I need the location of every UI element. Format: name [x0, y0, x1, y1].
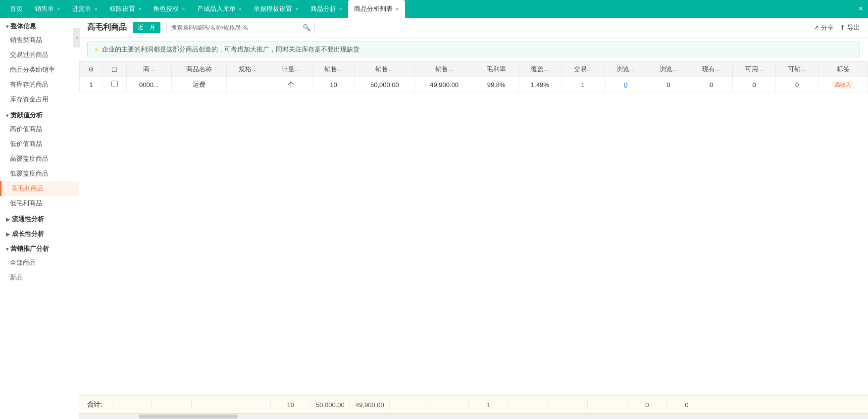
table-row: 1 0000... 运费 个 10 50,000.00 49,900.00 99… [80, 77, 868, 93]
col-unit[interactable]: 计量... [269, 62, 312, 77]
nav-product-analysis-list[interactable]: 商品分析列表 × [348, 0, 405, 18]
cell-checkbox[interactable] [102, 77, 126, 93]
sidebar-group-growth[interactable]: ▶ 成长性分析 [0, 226, 79, 240]
close-product-analysis-list-icon[interactable]: × [396, 6, 399, 12]
sidebar-item-high-coverage[interactable]: 高覆盖度商品 [0, 151, 79, 166]
cell-sales-profit: 49,900.00 [414, 77, 474, 93]
close-template-settings-icon[interactable]: × [295, 6, 298, 12]
sidebar-item-new-goods[interactable]: 新品 [0, 270, 79, 285]
sidebar-item-all-goods[interactable]: 全部商品 [0, 255, 79, 270]
nav-purchase-order[interactable]: 进货单 × [66, 0, 103, 18]
nav-home[interactable]: 首页 [4, 0, 29, 18]
close-product-inbound-icon[interactable]: × [239, 6, 242, 12]
info-icon: ✧ [94, 46, 99, 53]
col-code[interactable]: 商... [126, 62, 171, 77]
close-purchase-order-icon[interactable]: × [94, 6, 97, 12]
sidebar-item-sales-goods[interactable]: 销售类商品 [0, 33, 79, 47]
nav-template-settings[interactable]: 单据模板设置 × [248, 0, 304, 18]
views1-link[interactable]: 0 [624, 81, 627, 89]
total-label: 合计: [87, 400, 102, 409]
col-coverage[interactable]: 覆盖... [518, 62, 562, 77]
nav-role-auth[interactable]: 角色授权 × [147, 0, 191, 18]
col-sales-profit[interactable]: 销售... [414, 62, 474, 77]
cell-stock-available: 0 [733, 77, 776, 93]
col-name[interactable]: 商品名称 [171, 62, 226, 77]
chevron-down-icon-3: ▾ [6, 246, 8, 252]
search-icon[interactable]: 🔍 [303, 24, 310, 31]
col-stock-available[interactable]: 可用... [733, 62, 776, 77]
sidebar-item-high-margin[interactable]: 高毛利商品 [0, 181, 79, 196]
footer-cell-empty4 [231, 401, 270, 409]
footer-totals: 合计: 10 50,000.00 49,900.00 1 0 0 [79, 395, 868, 413]
content-header: 高毛利商品 近一月 🔍 ↗ 分享 ⬆ 导出 [79, 18, 868, 38]
cell-views1[interactable]: 0 [604, 77, 647, 93]
sidebar-group-liquidity[interactable]: ▶ 流通性分析 [0, 211, 79, 226]
col-views1[interactable]: 浏览... [604, 62, 647, 77]
cell-name: 运费 [171, 77, 226, 93]
top-navbar: 首页 销售单 × 进货单 × 权限设置 × 角色授权 × 产成品入库单 × 单据… [0, 0, 868, 18]
share-button[interactable]: ↗ 分享 [814, 23, 834, 32]
col-stock-sellable[interactable]: 可销... [775, 62, 818, 77]
nav-product-inbound[interactable]: 产成品入库单 × [191, 0, 248, 18]
sidebar-item-low-value[interactable]: 低价值商品 [0, 137, 79, 151]
col-transactions[interactable]: 交易... [562, 62, 605, 77]
sidebar-collapse-button[interactable]: « [73, 28, 80, 47]
period-button[interactable]: 近一月 [133, 22, 160, 33]
nav-sales-order[interactable]: 销售单 × [29, 0, 66, 18]
sidebar-group-marketing[interactable]: ▾ 营销推广分析 [0, 240, 79, 255]
nav-permission-settings[interactable]: 权限设置 × [103, 0, 147, 18]
search-input[interactable] [171, 24, 303, 31]
col-tag[interactable]: 标签 [818, 62, 868, 77]
col-stock-current[interactable]: 现有... [690, 62, 733, 77]
col-views2[interactable]: 浏览... [647, 62, 690, 77]
scrollbar-thumb[interactable] [139, 415, 238, 419]
cell-stock-sellable: 0 [775, 77, 818, 93]
col-checkbox[interactable]: ☐ [102, 62, 126, 77]
col-settings[interactable]: ⚙ [80, 62, 103, 77]
chevron-right-icon-2: ▶ [6, 232, 10, 237]
footer-empty-coverage [429, 401, 468, 409]
footer-empty-views2 [548, 401, 587, 409]
sidebar: ▾ 整体信息 销售类商品 交易过的商品 商品分类助销率 有库存的商品 库存资金占… [0, 18, 79, 419]
cell-tag: 高收入 [818, 77, 868, 93]
close-permission-settings-icon[interactable]: × [138, 6, 141, 12]
sidebar-item-high-value[interactable]: 高价值商品 [0, 122, 79, 137]
cell-code: 0000... [126, 77, 171, 93]
sidebar-item-in-stock-goods[interactable]: 有库存的商品 [0, 77, 79, 92]
cell-coverage: 1.49% [518, 77, 562, 93]
close-product-analysis-icon[interactable]: × [339, 6, 342, 12]
horizontal-scrollbar[interactable] [79, 413, 868, 419]
chevron-down-icon-2: ▾ [6, 113, 8, 118]
cell-sales-amount: 50,000.00 [355, 77, 414, 93]
row-checkbox[interactable] [111, 81, 118, 87]
export-icon: ⬆ [840, 24, 845, 31]
sidebar-item-traded-goods[interactable]: 交易过的商品 [0, 47, 79, 62]
sidebar-item-low-coverage[interactable]: 低覆盖度商品 [0, 166, 79, 181]
sidebar-group-contribution[interactable]: ▾ 贡献值分析 [0, 107, 79, 122]
footer-cell-empty1 [112, 401, 152, 409]
export-button[interactable]: ⬆ 导出 [840, 23, 860, 32]
sidebar-group-overall[interactable]: ▾ 整体信息 [0, 18, 79, 33]
cell-sales-qty: 10 [312, 77, 355, 93]
footer-stock-sellable: 0 [666, 401, 706, 409]
footer-empty-margin [389, 401, 429, 409]
sidebar-item-low-margin[interactable]: 低毛利商品 [0, 196, 79, 211]
sidebar-item-category-sales-rate[interactable]: 商品分类助销率 [0, 62, 79, 77]
close-app-button[interactable]: × [859, 4, 863, 13]
col-spec[interactable]: 规格... [226, 62, 269, 77]
footer-empty-stock [587, 401, 627, 409]
tag-badge: 高收入 [832, 81, 854, 89]
data-table: ⚙ ☐ 商... 商品名称 规格... 计量... 销售... 销售... 销售… [79, 61, 868, 93]
col-sales-amount[interactable]: 销售... [355, 62, 414, 77]
sidebar-item-stock-capital[interactable]: 库存资金占用 [0, 92, 79, 107]
col-gross-margin[interactable]: 毛利率 [474, 62, 518, 77]
col-sales-qty[interactable]: 销售... [312, 62, 355, 77]
close-role-auth-icon[interactable]: × [182, 6, 185, 12]
close-sales-order-icon[interactable]: × [57, 6, 60, 12]
footer-sales-profit: 49,900.00 [350, 401, 389, 409]
cell-spec [226, 77, 269, 93]
nav-product-analysis[interactable]: 商品分析 × [305, 0, 348, 18]
header-actions: ↗ 分享 ⬆ 导出 [814, 23, 860, 32]
footer-empty-views1 [508, 401, 548, 409]
chevron-down-icon: ▾ [6, 24, 8, 29]
